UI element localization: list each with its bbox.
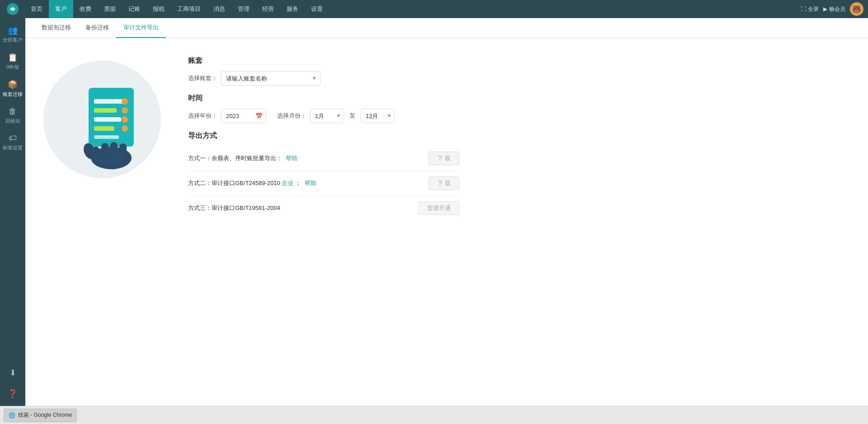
sidebar-item-account-migrate[interactable]: 📦 账套迁移 <box>1 76 24 101</box>
svg-point-10 <box>122 116 128 123</box>
month-start-select[interactable]: 1月 2月 3月 4月 5月 6月 7月 8月 9月 10月 11月 12月 <box>310 109 344 123</box>
nav-messages[interactable]: 消息 <box>207 0 231 18</box>
svg-point-1 <box>11 8 14 10</box>
svg-rect-4 <box>94 108 117 113</box>
migrate-icon: 📦 <box>8 80 18 90</box>
nav-billing[interactable]: 收费 <box>73 0 98 18</box>
sidebar-bottom: ⬇ ❓ <box>1 364 24 402</box>
sidebar: 👥 全部客户 📋 0申报 📦 账套迁移 🗑 回收站 🏷 标签设置 ⬇ ❓ <box>0 18 25 406</box>
year-label: 选择年份： <box>188 112 217 120</box>
illustration-area <box>43 52 161 178</box>
declare-icon: 📋 <box>8 52 18 62</box>
nav-items: 首页 客户 收费 票据 记账 报税 工商项目 消息 管理 经营 服务 设置 <box>24 0 801 18</box>
svg-point-11 <box>122 125 128 132</box>
year-input-wrapper: 📅 <box>221 109 266 123</box>
account-select-wrapper: 请输入账套名称 ▼ <box>221 71 321 86</box>
export-method-2-text: 方式二：审计接口GB/T24589-2010 企业 ： 帮助 <box>188 179 316 187</box>
svg-point-8 <box>122 98 128 105</box>
nav-accounting[interactable]: 记账 <box>122 0 146 18</box>
sidebar-item-recycle[interactable]: 🗑 回收站 <box>1 103 24 128</box>
taskbar-chrome-item[interactable]: 🌐 线索 - Google Chrome <box>4 409 77 422</box>
export-method-3-row: 方式三：审计接口GB/T19581-2004 暂缓开通 <box>188 196 459 220</box>
nav-service[interactable]: 服务 <box>280 0 305 18</box>
sidebar-item-tag-settings[interactable]: 🏷 标签设置 <box>1 130 24 155</box>
recycle-icon: 🗑 <box>9 107 17 116</box>
export-method-2-enterprise-link[interactable]: 企业 <box>282 180 293 186</box>
tabs-bar: 数据包迁移 备份迁移 审计文件导出 <box>25 18 868 38</box>
export-method-2-help-link[interactable]: 帮助 <box>305 180 316 186</box>
svg-rect-3 <box>94 99 126 104</box>
export-method-3-text: 方式三：审计接口GB/T19581-2004 <box>188 204 280 212</box>
fullscreen-icon: ⛶ <box>801 6 806 12</box>
sidebar-help-btn[interactable]: ❓ <box>1 385 24 402</box>
export-method-1-text: 方式一：余额表、序时账批量导出： 帮助 <box>188 154 297 162</box>
svg-rect-6 <box>94 126 114 131</box>
nav-invoice[interactable]: 票据 <box>98 0 122 18</box>
time-section-title: 时间 <box>188 94 459 103</box>
month-label: 选择月份： <box>277 112 307 120</box>
nav-home[interactable]: 首页 <box>24 0 49 18</box>
svg-rect-7 <box>94 135 119 139</box>
time-row: 选择年份： 📅 选择月份： 1月 2月 3月 4月 5月 6月 <box>188 109 459 123</box>
illustration-svg <box>57 70 147 169</box>
top-navigation: 首页 客户 收费 票据 记账 报税 工商项目 消息 管理 经营 服务 设置 ⛶ … <box>0 0 868 18</box>
export-section-title: 导出方式 <box>188 131 459 141</box>
account-section-title: 账套 <box>188 56 459 66</box>
play-icon: ▶ <box>823 6 827 12</box>
main-layout: 👥 全部客户 📋 0申报 📦 账套迁移 🗑 回收站 🏷 标签设置 ⬇ ❓ <box>0 18 868 406</box>
account-select-row: 选择账套： 请输入账套名称 ▼ <box>188 71 459 86</box>
nav-settings[interactable]: 设置 <box>305 0 329 18</box>
chrome-icon: 🌐 <box>9 412 15 419</box>
account-select-label: 选择账套： <box>188 74 217 82</box>
export-method-2-row: 方式二：审计接口GB/T24589-2010 企业 ： 帮助 下 载 <box>188 171 459 196</box>
sidebar-item-zero-declare[interactable]: 📋 0申报 <box>1 49 24 74</box>
export-method-1-download-btn[interactable]: 下 载 <box>429 152 459 165</box>
tab-audit-export[interactable]: 审计文件导出 <box>116 18 166 38</box>
month-start-wrapper: 1月 2月 3月 4月 5月 6月 7月 8月 9月 10月 11月 12月 <box>310 109 344 123</box>
tab-data-package-migrate[interactable]: 数据包迁移 <box>34 18 78 38</box>
top-nav-right: ⛶ 全屏 ▶ 畅会员 🐻 <box>801 2 863 16</box>
member-btn[interactable]: ▶ 畅会员 <box>823 5 845 13</box>
year-input[interactable] <box>221 109 266 123</box>
page-content: 账套 选择账套： 请输入账套名称 ▼ 时间 选择年份： <box>25 38 868 406</box>
nav-business[interactable]: 工商项目 <box>171 0 207 18</box>
export-method-2-download-btn[interactable]: 下 载 <box>429 176 459 190</box>
svg-point-9 <box>122 107 128 114</box>
download-icon: ⬇ <box>9 368 16 378</box>
tag-icon: 🏷 <box>9 133 17 143</box>
account-select[interactable]: 请输入账套名称 <box>221 71 321 86</box>
nav-admin[interactable]: 管理 <box>231 0 256 18</box>
form-area: 账套 选择账套： 请输入账套名称 ▼ 时间 选择年份： <box>188 52 459 220</box>
taskbar: 🌐 线索 - Google Chrome <box>0 406 868 424</box>
month-end-select[interactable]: 1月 2月 3月 4月 5月 6月 7月 8月 9月 10月 11月 12月 <box>361 109 395 123</box>
sidebar-item-all-customers[interactable]: 👥 全部客户 <box>1 22 24 47</box>
help-icon: ❓ <box>8 389 18 399</box>
separator: 至 <box>348 112 357 120</box>
avatar[interactable]: 🐻 <box>850 2 863 16</box>
illustration-circle <box>43 61 161 178</box>
month-end-wrapper: 1月 2月 3月 4月 5月 6月 7月 8月 9月 10月 11月 12月 <box>361 109 395 123</box>
nav-operations[interactable]: 经营 <box>256 0 280 18</box>
customers-icon: 👥 <box>8 25 18 35</box>
svg-point-18 <box>93 148 125 164</box>
sidebar-download-btn[interactable]: ⬇ <box>1 364 24 381</box>
nav-tax[interactable]: 报税 <box>146 0 171 18</box>
export-method-3-vip-btn[interactable]: 暂缓开通 <box>419 201 459 215</box>
fullscreen-btn[interactable]: ⛶ 全屏 <box>801 5 819 13</box>
svg-rect-5 <box>94 117 121 122</box>
export-method-1-help-link[interactable]: 帮助 <box>286 155 297 162</box>
nav-customer[interactable]: 客户 <box>49 0 73 18</box>
export-method-1-row: 方式一：余额表、序时账批量导出： 帮助 下 载 <box>188 146 459 171</box>
content-area: 数据包迁移 备份迁移 审计文件导出 <box>25 18 868 406</box>
app-logo <box>5 1 21 17</box>
tab-backup-migrate[interactable]: 备份迁移 <box>78 18 116 38</box>
